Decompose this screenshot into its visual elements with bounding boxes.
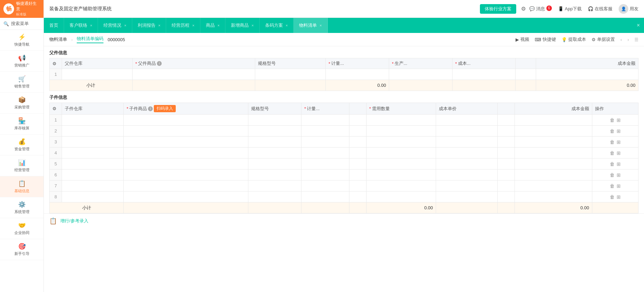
child-cell-product-5[interactable]	[124, 159, 248, 170]
child-cell-cost-amount-3[interactable]	[515, 137, 592, 148]
app-download-item[interactable]: 📱 App下载	[558, 6, 582, 12]
tab-operations[interactable]: 经营情况 ×	[98, 18, 132, 33]
child-cell-warehouse-6[interactable]	[62, 170, 124, 180]
gear-icon[interactable]: ⚙	[521, 5, 526, 12]
child-cell-unit-4[interactable]	[301, 148, 349, 159]
child-cell-qty-2[interactable]	[366, 126, 436, 137]
tab-new-goods[interactable]: 新增商品 ×	[225, 18, 259, 33]
child-cell-spec-4[interactable]	[248, 148, 301, 159]
delete-icon-6[interactable]: 🗑	[610, 172, 615, 178]
child-cell-spec-1[interactable]	[248, 115, 301, 126]
action-extract-cost[interactable]: 💡 提取成本	[561, 36, 586, 43]
grid-view-icon[interactable]: ☰	[634, 37, 639, 42]
sidebar-item-quick-nav[interactable]: ⚡ 快捷导航	[0, 30, 44, 51]
sidebar-item-collab[interactable]: 🤝 企业协同	[0, 218, 44, 239]
parent-product-info-icon[interactable]: i	[157, 61, 162, 66]
delete-icon-8[interactable]: 🗑	[610, 194, 615, 200]
tab-close-customer[interactable]: ×	[90, 23, 92, 27]
copy-icon-5[interactable]: ⊞	[617, 161, 621, 167]
sidebar-item-sales[interactable]: 🛒 销售管理	[0, 72, 44, 93]
child-cell-cost-amount-4[interactable]	[515, 148, 592, 159]
tab-bom[interactable]: 物料清单 ×	[294, 18, 327, 33]
tab-close-barcode[interactable]: ×	[286, 23, 288, 27]
tab-close-new-goods[interactable]: ×	[251, 23, 253, 27]
child-cell-qty-7[interactable]	[366, 180, 436, 191]
child-cell-unit-1[interactable]	[301, 115, 349, 126]
child-cell-qty-6[interactable]	[366, 170, 436, 180]
child-cell-spec-5[interactable]	[248, 159, 301, 170]
sidebar-item-basic-info[interactable]: 📋 基础信息	[0, 176, 44, 197]
nav-prev[interactable]: ‹	[620, 37, 622, 42]
child-cell-product-1[interactable]	[124, 115, 248, 126]
tab-close-bom[interactable]: ×	[320, 23, 322, 27]
delete-icon-2[interactable]: 🗑	[610, 128, 615, 134]
delete-icon-3[interactable]: 🗑	[610, 139, 615, 145]
tab-close-operations[interactable]: ×	[124, 23, 126, 27]
child-cell-cost-amount-6[interactable]	[515, 170, 592, 180]
copy-icon-6[interactable]: ⊞	[617, 172, 621, 178]
child-cell-spec-7[interactable]	[248, 180, 301, 191]
sidebar-item-finance[interactable]: 💰 资金管理	[0, 135, 44, 155]
child-cell-unit-cost-2[interactable]	[436, 126, 497, 137]
parent-cell-unit-1[interactable]	[326, 69, 389, 80]
breadcrumb-item-1[interactable]: 物料清单	[49, 36, 67, 43]
tab-close-profit[interactable]: ×	[158, 23, 160, 27]
child-cell-product-3[interactable]	[124, 137, 248, 148]
user-item[interactable]: 👤 用友	[619, 4, 639, 14]
tab-customer[interactable]: 客户联络 ×	[64, 18, 98, 33]
child-cell-qty-1[interactable]	[366, 115, 436, 126]
child-cell-product-8[interactable]	[124, 191, 248, 202]
message-item[interactable]: 💬 消息 6	[529, 6, 552, 12]
copy-icon-7[interactable]: ⊞	[617, 183, 621, 189]
nav-next[interactable]: ›	[628, 37, 629, 42]
child-cell-unit-cost-8[interactable]	[436, 191, 497, 202]
trial-button[interactable]: 体验行业方案	[480, 4, 516, 14]
sidebar-item-inventory[interactable]: 🏪 库存核算	[0, 114, 44, 135]
child-cell-spec-2[interactable]	[248, 126, 301, 137]
child-cell-cost-amount-5[interactable]	[515, 159, 592, 170]
action-video[interactable]: ▶ 视频	[516, 36, 529, 43]
child-cell-unit-cost-7[interactable]	[436, 180, 497, 191]
add-row-label[interactable]: 增行/参考录入	[60, 218, 88, 224]
sidebar-item-operations[interactable]: 📊 经营管理	[0, 155, 44, 176]
child-cell-qty-5[interactable]	[366, 159, 436, 170]
child-cell-unit-cost-5[interactable]	[436, 159, 497, 170]
tab-barcode[interactable]: 条码方案 ×	[260, 18, 294, 33]
sidebar-search[interactable]: 🔍 搜索菜单	[0, 18, 44, 30]
delete-icon-1[interactable]: 🗑	[610, 117, 615, 123]
child-cell-unit-cost-1[interactable]	[436, 115, 497, 126]
child-cell-warehouse-7[interactable]	[62, 180, 124, 191]
child-cell-warehouse-2[interactable]	[62, 126, 124, 137]
tab-home[interactable]: 首页	[44, 18, 64, 33]
tab-profit[interactable]: 利润报告 ×	[132, 18, 166, 33]
child-cell-warehouse-8[interactable]	[62, 191, 124, 202]
sidebar-item-purchase[interactable]: 📦 采购管理	[0, 93, 44, 114]
breadcrumb-item-2[interactable]: 物料清单编码	[77, 36, 103, 43]
child-cell-qty-3[interactable]	[366, 137, 436, 148]
sidebar-item-guide[interactable]: 🎯 新手引导	[0, 239, 44, 260]
close-all-tabs[interactable]: ×	[633, 22, 644, 28]
child-cell-warehouse-1[interactable]	[62, 115, 124, 126]
tab-close-goods[interactable]: ×	[218, 23, 220, 27]
tab-close-history[interactable]: ×	[192, 23, 194, 27]
child-cell-unit-5[interactable]	[301, 159, 349, 170]
child-cell-unit-6[interactable]	[301, 170, 349, 180]
delete-icon-4[interactable]: 🗑	[610, 150, 615, 156]
parent-cell-product-1[interactable]	[132, 69, 255, 80]
child-cell-product-2[interactable]	[124, 126, 248, 137]
child-cell-product-4[interactable]	[124, 148, 248, 159]
parent-cell-warehouse-1[interactable]	[62, 69, 133, 80]
child-cell-product-6[interactable]	[124, 170, 248, 180]
child-cell-unit-cost-6[interactable]	[436, 170, 497, 180]
child-cell-spec-6[interactable]	[248, 170, 301, 180]
child-cell-spec-8[interactable]	[248, 191, 301, 202]
tab-history[interactable]: 经营历程 ×	[166, 18, 200, 33]
child-cell-warehouse-3[interactable]	[62, 137, 124, 148]
child-product-info-icon[interactable]: i	[148, 106, 153, 111]
action-shortcut[interactable]: ⌨ 快捷键	[535, 36, 556, 43]
child-cell-cost-amount-2[interactable]	[515, 126, 592, 137]
sidebar-item-system[interactable]: ⚙️ 系统管理	[0, 197, 44, 218]
parent-col-gear[interactable]: ⚙	[50, 58, 62, 69]
child-cell-unit-7[interactable]	[301, 180, 349, 191]
scan-input-btn[interactable]: 扫码录入	[154, 105, 176, 112]
